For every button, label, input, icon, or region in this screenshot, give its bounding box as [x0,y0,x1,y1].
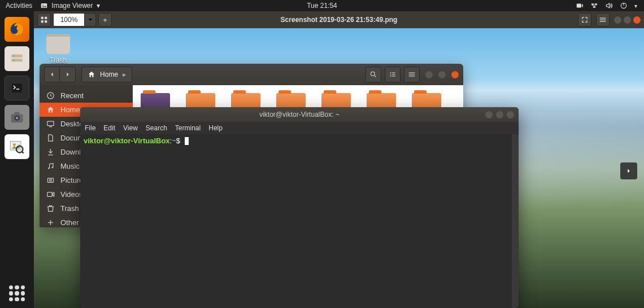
hamburger-icon [408,71,416,78]
power-icon[interactable] [620,2,628,10]
system-dropdown-icon[interactable]: ▾ [634,3,637,9]
svg-rect-26 [47,121,54,126]
files-maximize-button[interactable] [438,71,446,78]
close-button[interactable] [633,16,641,24]
svg-rect-5 [41,17,43,19]
terminal-scrollbar[interactable] [512,134,519,308]
svg-rect-14 [12,83,22,93]
dropdown-arrow-icon: ▾ [97,2,100,10]
svg-line-22 [21,151,24,153]
dock-image-viewer[interactable] [5,134,29,159]
gallery-button[interactable] [37,13,51,27]
zoom-level[interactable]: 100% [53,13,85,27]
files-icon [10,51,24,66]
svg-rect-6 [45,17,47,19]
image-viewer-icon [40,2,48,10]
hamburger-menu-button[interactable] [596,13,610,27]
prompt-user: viktor@viktor-VirtualBox [84,137,170,145]
zoom-dropdown[interactable] [85,13,96,27]
svg-point-23 [371,72,375,76]
chevron-down-icon [86,16,94,24]
path-label: Home [100,71,118,78]
trash-label: Trash [46,56,70,64]
hamburger-icon [599,16,607,24]
menu-view[interactable]: View [123,124,138,132]
svg-rect-10 [11,54,23,57]
show-applications-button[interactable] [9,285,25,301]
svg-point-17 [16,117,19,120]
menu-file[interactable]: File [85,124,95,132]
next-image-button[interactable] [620,162,637,179]
svg-rect-11 [11,59,23,61]
menu-edit[interactable]: Edit [103,124,115,132]
svg-point-31 [50,179,52,182]
desktop-trash[interactable]: Trash [46,34,70,64]
terminal-minimize-button[interactable] [485,111,493,118]
chevron-right-icon [625,167,633,175]
volume-icon[interactable] [605,2,613,10]
path-separator-icon: ▸ [123,71,126,78]
grid-icon [40,16,48,24]
files-minimize-button[interactable] [425,71,433,78]
trash-icon [46,34,70,54]
loupe-icon [9,139,25,155]
activities-button[interactable]: Activities [6,2,32,10]
terminal-cursor [185,137,189,145]
dock-firefox[interactable] [5,17,29,42]
dock-terminal[interactable] [5,76,29,100]
menu-terminal[interactable]: Terminal [175,124,201,132]
dock-screenshot[interactable] [5,105,29,130]
search-icon [369,71,377,78]
maximize-button[interactable] [624,16,631,24]
svg-rect-18 [14,112,19,115]
hamburger-button[interactable] [404,67,420,82]
svg-point-28 [48,168,50,169]
search-button[interactable] [365,67,381,82]
network-icon[interactable] [590,2,598,10]
minimize-button[interactable] [614,16,621,24]
files-titlebar: Home ▸ [40,64,463,85]
svg-point-29 [51,167,53,169]
clock[interactable]: Tue 21:54 [307,2,337,10]
terminal-close-button[interactable] [507,111,514,118]
svg-point-12 [14,55,15,56]
svg-rect-2 [577,4,581,8]
terminal-body[interactable]: viktor@viktor-VirtualBox:~$ [80,134,519,308]
home-icon [88,71,95,78]
camera-icon [9,109,25,125]
view-list-button[interactable] [385,67,401,82]
terminal-title: viktor@viktor-VirtualBox: ~ [259,111,340,118]
terminal-maximize-button[interactable] [496,111,503,118]
dock [0,11,34,308]
terminal-titlebar[interactable]: viktor@viktor-VirtualBox: ~ [80,107,519,122]
back-button[interactable] [44,67,60,82]
app-menu[interactable]: Image Viewer ▾ [40,2,99,10]
firefox-icon [8,21,25,38]
prompt-symbol: $ [176,137,180,145]
svg-rect-32 [47,192,52,197]
dock-files[interactable] [5,46,29,71]
terminal-icon [10,81,24,95]
files-close-button[interactable] [451,71,459,78]
svg-point-1 [42,5,43,6]
list-icon [389,71,397,78]
fullscreen-icon [581,16,589,24]
sidebar-item-recent[interactable]: Recent [40,89,133,103]
path-bar[interactable]: Home ▸ [81,67,132,82]
screencast-icon[interactable] [576,2,584,10]
svg-point-20 [13,143,16,146]
terminal-menubar: File Edit View Search Terminal Help [80,122,519,134]
chevron-right-icon [64,71,72,78]
menu-search[interactable]: Search [146,124,167,132]
zoom-in-button[interactable]: + [98,13,112,27]
top-panel: Activities Image Viewer ▾ Tue 21:54 ▾ [0,0,644,11]
image-viewer-title: Screenshot 2019-03-26 21:53:49.png [281,16,398,24]
svg-point-13 [14,60,15,61]
forward-button[interactable] [60,67,76,82]
terminal-window: viktor@viktor-VirtualBox: ~ File Edit Vi… [80,107,519,308]
svg-rect-8 [45,20,47,23]
svg-rect-30 [48,178,54,183]
menu-help[interactable]: Help [208,124,223,132]
prompt-path: ~ [172,137,176,145]
fullscreen-button[interactable] [578,13,591,27]
